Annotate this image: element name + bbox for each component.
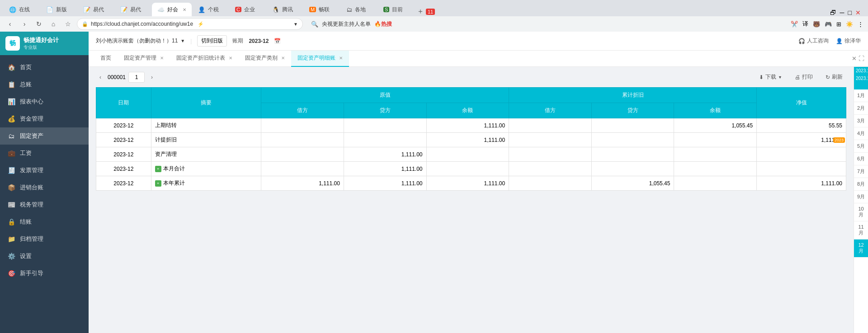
month-8[interactable]: 8月 (854, 178, 868, 191)
close-asset-category-tab[interactable]: ✕ (281, 56, 285, 61)
sidebar-item-invoice-label: 发票管理 (20, 166, 43, 174)
row3-date: 2023-12 (96, 147, 151, 162)
period-start-date: 2023.12 (854, 67, 868, 75)
row5-accum-credit: 1,055.45 (591, 176, 674, 191)
sidebar-item-tax-label: 税务管理 (20, 201, 43, 209)
table-row: 2023-12 资产清理 1,111.00 (96, 147, 846, 162)
browser-tab-geshui[interactable]: 👤 个税 (193, 3, 229, 16)
browser-tab-qiye[interactable]: C 企业 (230, 3, 266, 16)
expand-tabs-btn[interactable]: ⛶ (859, 55, 864, 62)
refresh-btn[interactable]: ↻ 刷新 (822, 71, 846, 83)
switch-version-btn[interactable]: 切到旧版 (197, 35, 227, 47)
restore-btn[interactable]: 🗗 (830, 9, 836, 16)
close-fixed-mgmt-tab[interactable]: ✕ (160, 56, 164, 61)
sidebar-item-invoice[interactable]: 🧾 发票管理 (0, 162, 89, 179)
browser-tab-new[interactable]: 📄 新版 (41, 3, 77, 16)
download-btn[interactable]: ⬇ 下载 ▼ (755, 71, 786, 83)
browser-tab-yidai1[interactable]: 📝 易代 (78, 3, 114, 16)
month-4[interactable]: 4月 (854, 127, 868, 140)
close-asset-ledger-tab[interactable]: ✕ (339, 56, 343, 61)
period-select-header[interactable]: 期间选择 (854, 82, 868, 89)
translate-icon[interactable]: 译 (802, 20, 808, 28)
page-tab-fixed-mgmt[interactable]: 固定资产管理 ✕ (118, 51, 170, 67)
settings-icon[interactable]: ☀️ (846, 21, 853, 28)
address-bar[interactable]: 🔒 https://cloud.chanjet.com/accounting/u… (77, 18, 303, 30)
close-depreciation-stat-tab[interactable]: ✕ (229, 56, 232, 61)
month-2[interactable]: 2月 (854, 102, 868, 115)
forward-button[interactable]: › (19, 19, 30, 29)
sidebar-item-archive[interactable]: 📁 归档管理 (0, 230, 89, 248)
sidebar-item-fund[interactable]: 💰 资金管理 (0, 110, 89, 127)
next-page-btn[interactable]: › (147, 73, 156, 82)
page-tab-asset-category[interactable]: 固定资产类别 ✕ (239, 51, 291, 67)
user-btn[interactable]: 👤 徐泽华 (836, 37, 861, 45)
browser-tab-chang[interactable]: M 畅联 (304, 3, 340, 16)
month-9[interactable]: 9月 (854, 191, 868, 203)
menu-icon[interactable]: ⋮ (858, 21, 863, 28)
month-7[interactable]: 7月 (854, 165, 868, 178)
sidebar-item-close[interactable]: 🔒 结账 (0, 213, 89, 230)
month-1[interactable]: 1月 (854, 89, 868, 102)
bookmark-button[interactable]: ☆ (62, 19, 73, 29)
dropdown-icon[interactable]: ▼ (293, 22, 298, 27)
page-tab-home[interactable]: 首页 (94, 51, 118, 67)
grid-icon[interactable]: ⊞ (836, 21, 841, 28)
page-nav: ‹ 000001 › (96, 72, 156, 83)
month-3[interactable]: 3月 (854, 115, 868, 127)
browser-tab-yidai2[interactable]: 📝 易代 (115, 3, 151, 16)
browser-tab-tencent[interactable]: 🐧 腾讯 (267, 3, 303, 16)
sidebar-item-guide[interactable]: 🎯 新手引导 (0, 265, 89, 282)
new-tab-btn[interactable]: ＋ (417, 7, 424, 16)
toolbar-actions: ✂️ 译 🐻 🎮 ⊞ ☀️ ⋮ (791, 20, 863, 28)
sidebar-item-settings[interactable]: ⚙️ 设置 (0, 248, 89, 265)
sidebar-item-ledger[interactable]: 📋 总账 (0, 76, 89, 93)
reload-button[interactable]: ↻ (33, 19, 44, 29)
sidebar-item-report-label: 报表中心 (20, 98, 43, 106)
home-button[interactable]: ⌂ (48, 19, 59, 29)
company-selector[interactable]: 刘小艳演示账套（勿删勿动！）11 ▼ (96, 37, 185, 45)
month-10[interactable]: 10月 (854, 203, 868, 221)
month-12[interactable]: 12月 (854, 239, 868, 258)
fund-icon: 💰 (7, 115, 15, 123)
maximize-btn[interactable]: □ (848, 9, 852, 16)
month-11[interactable]: 11月 (854, 221, 868, 239)
extension2-icon[interactable]: 🐻 (813, 21, 820, 28)
sidebar-item-tax[interactable]: 📰 税务管理 (0, 196, 89, 213)
print-btn[interactable]: 🖨 打印 (791, 71, 816, 83)
sidebar-item-salary[interactable]: 💼 工资 (0, 145, 89, 162)
month-5[interactable]: 5月 (854, 140, 868, 153)
browser-tab-haohui[interactable]: ☁️ 好会 ✕ (152, 3, 192, 16)
page-tab-asset-ledger[interactable]: 固定资产明细账 ✕ (291, 51, 349, 67)
help-btn[interactable]: 🎧 人工咨询 (798, 37, 829, 45)
user-icon: 👤 (836, 38, 843, 44)
close-tab-haohui[interactable]: ✕ (183, 7, 186, 12)
prev-page-btn[interactable]: ‹ (96, 73, 105, 82)
sidebar-item-home[interactable]: 🏠 首页 (0, 59, 89, 76)
table-row: 2023-12 +本月合计 1,111.00 (96, 162, 846, 176)
page-tab-actions: ✕ ⛶ (852, 55, 868, 62)
minimize-btn[interactable]: ─ (840, 9, 844, 16)
page-tab-depreciation-stat[interactable]: 固定资产折旧统计表 ✕ (170, 51, 239, 67)
sidebar-nav: 🏠 首页 📋 总账 📊 报表中心 💰 资金管理 🗂 固定资产 💼 工资 (0, 55, 89, 333)
close-all-tabs-btn[interactable]: ✕ (852, 55, 857, 62)
search-bar: 🔍 央视更新主持人名单 🔥热搜 (307, 20, 787, 28)
sidebar-item-fixed[interactable]: 🗂 固定资产 (0, 127, 89, 145)
sidebar-item-inventory[interactable]: 📦 进销台账 (0, 179, 89, 196)
month-6[interactable]: 6月 (854, 153, 868, 165)
back-button[interactable]: ‹ (5, 19, 15, 29)
invoice-icon: 🧾 (7, 166, 15, 174)
sidebar-item-inventory-label: 进销台账 (20, 183, 43, 192)
th-date: 日期 (96, 88, 151, 118)
browser-tab-gedi[interactable]: 🗂 各地 (341, 3, 377, 16)
main-content: 刘小艳演示账套（勿删勿动！）11 ▼ | 切到旧版 账期 2023-12 📅 🎧… (89, 32, 868, 333)
sidebar-item-home-label: 首页 (20, 63, 32, 71)
browser-tab-muqian[interactable]: S 目前 (378, 3, 414, 16)
page-input[interactable] (128, 72, 145, 83)
game-icon[interactable]: 🎮 (825, 21, 832, 28)
sidebar-item-report[interactable]: 📊 报表中心 (0, 93, 89, 110)
scissors-icon[interactable]: ✂️ (791, 21, 798, 28)
browser-tab-online[interactable]: 🌐 在线 (4, 3, 40, 16)
close-window-btn[interactable]: ✕ (855, 9, 861, 16)
calendar-icon[interactable]: 📅 (274, 38, 281, 44)
row1-accum-balance: 1,055.45 (674, 118, 757, 133)
